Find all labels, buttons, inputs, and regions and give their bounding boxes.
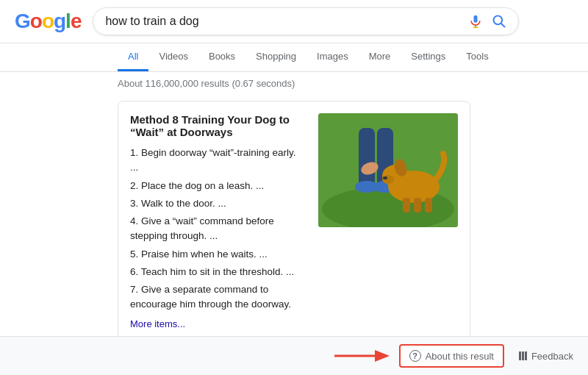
svg-point-15 (383, 176, 387, 179)
question-icon: ? (409, 350, 421, 362)
main-content: Method 8 Training Your Dog to “Wait” at … (0, 95, 588, 375)
google-logo: Google (15, 10, 81, 33)
tab-settings[interactable]: Settings (401, 43, 456, 71)
svg-line-4 (501, 24, 505, 27)
featured-snippet: Method 8 Training Your Dog to “Wait” at … (118, 101, 470, 342)
search-icon[interactable] (492, 14, 506, 29)
about-result-area: ? About this result (334, 344, 504, 368)
tab-videos[interactable]: Videos (148, 43, 198, 71)
red-arrow-icon (334, 345, 393, 367)
list-item: 1. Begin doorway “wait”-training early. … (130, 146, 306, 176)
snippet-title: Method 8 Training Your Dog to “Wait” at … (130, 113, 306, 138)
tab-all[interactable]: All (118, 43, 148, 71)
tab-images[interactable]: Images (306, 43, 359, 71)
search-bar: how to train a dog (93, 7, 519, 35)
bottom-bar: ? About this result Feedback (0, 336, 588, 375)
snippet-image (318, 113, 458, 227)
about-result-label: About this result (426, 351, 494, 362)
search-icons (468, 14, 506, 29)
list-item: 6. Teach him to sit in the threshold. ..… (130, 265, 306, 279)
tab-tools[interactable]: Tools (456, 43, 498, 71)
svg-rect-18 (414, 198, 421, 213)
mic-icon[interactable] (468, 14, 483, 29)
list-item: 5. Praise him when he waits. ... (130, 247, 306, 262)
list-item: 7. Give a separate command to encourage … (130, 282, 306, 312)
feedback-label: Feedback (531, 351, 573, 362)
nav-tabs: All Videos Books Shopping Images More Se… (0, 43, 588, 72)
header: Google how to train a dog (0, 0, 588, 43)
list-item: 3. Walk to the door. ... (130, 196, 306, 211)
search-input[interactable]: how to train a dog (105, 15, 468, 28)
results-info: About 116,000,000 results (0.67 seconds) (0, 72, 588, 95)
list-item: 2. Place the dog on a leash. ... (130, 179, 306, 193)
tab-more[interactable]: More (359, 43, 401, 71)
svg-rect-17 (403, 198, 410, 213)
tab-shopping[interactable]: Shopping (245, 43, 306, 71)
svg-marker-21 (375, 350, 390, 362)
tab-books[interactable]: Books (198, 43, 245, 71)
svg-rect-0 (474, 15, 478, 23)
list-item: 4. Give a “wait” command before stepping… (130, 214, 306, 244)
feedback-button[interactable]: Feedback (519, 351, 573, 362)
svg-point-14 (382, 175, 394, 184)
nav-right: Settings Tools (401, 43, 498, 71)
snippet-list: 1. Begin doorway “wait”-training early. … (130, 146, 306, 312)
svg-rect-7 (359, 128, 375, 187)
more-items-link[interactable]: More items... (130, 318, 306, 329)
about-result-button[interactable]: ? About this result (399, 344, 504, 368)
feedback-icon (519, 351, 527, 360)
snippet-text: Method 8 Training Your Dog to “Wait” at … (130, 113, 306, 329)
svg-rect-19 (425, 198, 432, 213)
